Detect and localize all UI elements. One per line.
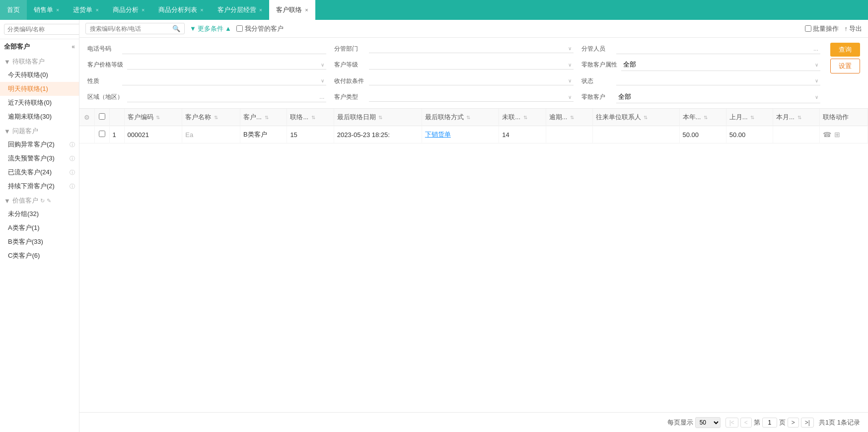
main-layout: 🔍 全部客户 « ▼ 待联络客户 今天待联络(0) 明天待联络(1) 近7天待联… [0,20,868,432]
nav-customer-segmentation-close[interactable]: × [259,7,262,13]
col-settings[interactable]: ⚙ [79,109,94,126]
search-input-wrap: 🔍 [85,23,185,34]
sidebar-item-a-class[interactable]: A类客户(1) [0,221,79,235]
col-last-contact-date[interactable]: 最后联络日期 ⇅ [334,109,422,126]
set-button[interactable]: 设置 [830,59,860,73]
filter-icon: ▼ [190,25,196,32]
sidebar-item-today-pending[interactable]: 今天待联络(0) [0,68,79,82]
row-contact: 15 [287,126,334,144]
status-select[interactable]: ∨ [616,76,820,85]
search-icon[interactable]: 🔍 [172,25,180,32]
payment-select[interactable]: ∨ [369,76,573,85]
sidebar-item-declining[interactable]: 持续下滑客户(2) ⓘ [0,179,79,193]
sort-icon-cat: ⇅ [265,115,269,120]
dept-chevron-icon: ∨ [568,46,572,51]
sidebar-all-customers[interactable]: 全部客户 « [0,39,79,54]
page-input[interactable] [762,418,777,428]
query-button[interactable]: 查询 [830,43,860,57]
sidebar-value-group-title: ▼ 价值客户 ↻ ✎ [0,194,79,207]
person-select[interactable]: ... [616,44,820,54]
filter-cell-customer-level: 客户等级 ∨ [334,61,573,70]
my-customers-checkbox[interactable]: 我分管的客户 [236,24,284,33]
price-level-select[interactable]: ∨ [127,61,326,70]
nature-select[interactable]: ∨ [122,76,326,85]
col-past-contact[interactable]: 往来单位联系人 ⇅ [592,109,679,126]
col-customer-code[interactable]: 客户编码 ⇅ [124,109,182,126]
sidebar-item-b-class[interactable]: B类客户(33) [0,235,79,249]
export-button[interactable]: ↑ 导出 [845,24,863,33]
nav-product-analysis-list-close[interactable]: × [200,7,203,13]
retail-attr-select[interactable]: 全部 ∨ [621,59,820,71]
col-uncontacted[interactable]: 未联... ⇅ [499,109,546,126]
nav-sales[interactable]: 销售单 × [27,0,66,20]
next-page-btn[interactable]: > [788,418,799,428]
nav-purchase[interactable]: 进货单 × [66,0,105,20]
filter-cell-customer-type: 客户类型 ∨ [334,93,573,102]
info-icon-2: ⓘ [70,169,75,176]
nav-customer-contact[interactable]: 客户联络 × [269,0,315,20]
last-page-btn[interactable]: >| [801,418,814,428]
nav-product-analysis[interactable]: 商品分析 × [106,0,151,20]
sidebar-item-7days-pending[interactable]: 近7天待联络(0) [0,96,79,110]
retail-attr-chevron-icon: ∨ [815,62,818,68]
more-conditions-btn[interactable]: ▼ 更多条件 ▲ [190,24,231,33]
nav-product-analysis-list[interactable]: 商品分析列表 × [151,0,210,20]
row-action-phone-icon[interactable]: ☎ [823,131,831,139]
batch-checkbox[interactable] [805,25,811,32]
row-action-more-icon[interactable]: ⊞ [834,131,840,139]
sidebar-item-c-class[interactable]: C类客户(6) [0,249,79,263]
sidebar-item-abnormal-repurchase[interactable]: 回购异常客户(2) ⓘ [0,138,79,151]
value-edit-icon[interactable]: ✎ [47,198,51,204]
first-page-btn[interactable]: |< [725,418,738,428]
batch-ops-button[interactable]: 批量操作 [805,24,839,33]
customer-level-select[interactable]: ∨ [369,61,573,70]
col-index [109,109,124,126]
sidebar-search-input[interactable] [4,24,79,35]
col-last-month[interactable]: 上月... ⇅ [726,109,773,126]
dept-select[interactable]: ∨ [369,44,573,53]
sort-icon-method: ⇅ [466,115,470,120]
phone-input[interactable] [122,44,326,54]
region-select[interactable]: ... [127,92,326,102]
person-ellipsis-icon: ... [813,45,818,52]
sidebar-problem-group-title: ▼ 问题客户 [0,125,79,138]
filter-row-4: 区域（地区） ... 客户类型 ∨ [87,91,820,103]
col-contact[interactable]: 联络... ⇅ [287,109,334,126]
sidebar-pending-group-title: ▼ 待联络客户 [0,55,79,68]
row-customer-cat: B类客户 [240,126,287,144]
main-table: ⚙ 客户编码 ⇅ 客户名称 ⇅ [79,109,868,144]
row-overdue [546,126,592,144]
sort-icon-last-month: ⇅ [750,115,754,120]
row-settings[interactable] [79,126,94,144]
col-this-year[interactable]: 本年... ⇅ [679,109,726,126]
nav-purchase-close[interactable]: × [95,7,98,13]
my-customers-check[interactable] [236,25,243,32]
col-overdue[interactable]: 逾期... ⇅ [546,109,592,126]
customer-type-select[interactable]: ∨ [369,93,573,102]
col-last-contact-method[interactable]: 最后联络方式 ⇅ [422,109,499,126]
info-icon-0: ⓘ [70,141,75,148]
nav-customer-segmentation[interactable]: 客户分层经营 × [211,0,269,20]
sidebar-item-ungrouped[interactable]: 未分组(32) [0,207,79,221]
nav-sales-close[interactable]: × [56,7,59,13]
value-refresh-icon[interactable]: ↻ [40,198,45,204]
page-size-select[interactable]: 50 100 200 [695,417,721,428]
info-icon-3: ⓘ [70,183,75,190]
filter-cell-nature: 性质 ∨ [87,76,326,85]
select-all-checkbox[interactable] [99,113,105,120]
row-checkbox[interactable] [99,131,105,137]
main-search-input[interactable] [90,25,170,32]
sidebar-item-tomorrow-pending[interactable]: 明天待联络(1) [0,82,79,96]
col-customer-name[interactable]: 客户名称 ⇅ [182,109,240,126]
nav-product-analysis-close[interactable]: × [142,7,145,13]
nav-customer-contact-close[interactable]: × [305,7,308,13]
col-customer-cat[interactable]: 客户... ⇅ [240,109,287,126]
prev-page-btn[interactable]: < [740,418,752,428]
retail-customer-select[interactable]: 全部 ∨ [616,91,820,103]
sidebar-item-churned[interactable]: 已流失客户(24) ⓘ [0,165,79,179]
col-this-month[interactable]: 本月... ⇅ [773,109,820,126]
row-last-contact-method[interactable]: 下销货单 [422,126,499,144]
nav-home[interactable]: 首页 [0,0,27,20]
sidebar-item-churn-warning[interactable]: 流失预警客户(3) ⓘ [0,151,79,165]
sidebar-item-overdue-pending[interactable]: 逾期未联络(30) [0,110,79,124]
